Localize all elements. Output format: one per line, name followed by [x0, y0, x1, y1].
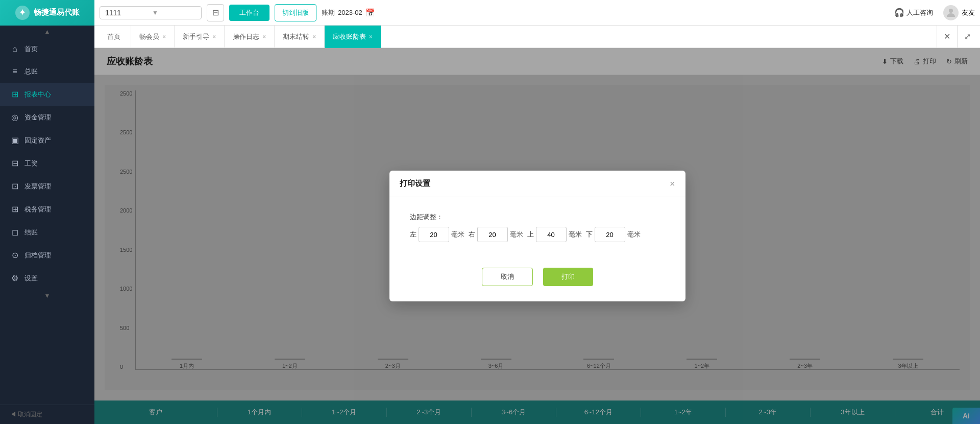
copy-button[interactable]: ⊟	[207, 4, 224, 21]
margin-bottom-input[interactable]	[595, 227, 625, 242]
sidebar-item-salary[interactable]: ⊟ 工资	[0, 152, 94, 175]
margin-top: 上 毫米	[527, 227, 582, 242]
settings-icon: ⚙	[10, 273, 19, 283]
sidebar-item-ledger[interactable]: ≡ 总账	[0, 60, 94, 83]
cancel-button[interactable]: 取消	[482, 268, 533, 286]
user-area[interactable]: 友友	[943, 5, 975, 20]
avatar	[943, 5, 959, 20]
tab-maximize-button[interactable]: ⤢	[957, 26, 977, 48]
right-label: 右	[469, 230, 475, 239]
sidebar-item-label: 首页	[24, 44, 38, 54]
sidebar-item-label: 设置	[24, 274, 38, 283]
sidebar-item-label: 税务管理	[24, 205, 51, 214]
left-unit: 毫米	[451, 230, 464, 239]
tab-guide-label: 新手引导	[183, 32, 209, 41]
tab-guide-close[interactable]: ×	[212, 34, 216, 40]
sidebar-scroll-down[interactable]: ▼	[0, 290, 94, 302]
sidebar-item-closing[interactable]: ◻ 结账	[0, 221, 94, 244]
ledger-icon: ≡	[10, 67, 19, 76]
right-unit: 毫米	[510, 230, 523, 239]
sidebar-item-label: 工资	[24, 159, 38, 168]
sidebar-item-invoice[interactable]: ⊡ 发票管理	[0, 175, 94, 198]
invoice-icon: ⊡	[10, 181, 19, 191]
top-unit: 毫米	[569, 230, 582, 239]
svg-point-0	[949, 9, 953, 13]
modal-close-button[interactable]: ×	[670, 179, 675, 189]
account-name: 1111	[105, 9, 149, 17]
logo-text: 畅捷通易代账	[34, 8, 80, 17]
sidebar-item-fixed[interactable]: ▣ 固定资产	[0, 129, 94, 152]
period-label: 账期	[322, 8, 335, 17]
tab-oplog-close[interactable]: ×	[262, 34, 266, 40]
sidebar-item-report[interactable]: ⊞ 报表中心	[0, 83, 94, 106]
margin-top-input[interactable]	[536, 227, 567, 242]
margin-label: 边距调整：	[410, 213, 443, 222]
salary-icon: ⊟	[10, 158, 19, 168]
tax-icon: ⊞	[10, 204, 19, 214]
tab-guide[interactable]: 新手引导 ×	[175, 26, 225, 48]
tab-vip-label: 畅会员	[139, 32, 159, 41]
fund-icon: ◎	[10, 112, 19, 122]
chevron-down-icon: ▼	[152, 9, 196, 16]
tab-closing[interactable]: 期末结转 ×	[275, 26, 325, 48]
calendar-icon[interactable]: 📅	[365, 8, 375, 17]
tab-closing-close[interactable]: ×	[312, 34, 316, 40]
sidebar-item-label: 固定资产	[24, 136, 51, 145]
sidebar-item-tax[interactable]: ⊞ 税务管理	[0, 198, 94, 221]
tab-vip-close[interactable]: ×	[162, 34, 166, 40]
modal-header: 打印设置 ×	[389, 171, 685, 197]
report-icon: ⊞	[10, 89, 19, 99]
closing-icon: ◻	[10, 227, 19, 237]
fixed-icon: ▣	[10, 135, 19, 145]
modal-body: 边距调整： 左 毫米 右 毫米	[389, 197, 685, 257]
tab-home-label: 首页	[107, 32, 120, 41]
page-content: 应收账龄表 ⬇ 下载 🖨 打印 ↻ 刷新	[94, 48, 980, 424]
tab-aging[interactable]: 应收账龄表 ×	[325, 26, 381, 48]
archive-icon: ⊙	[10, 250, 19, 260]
tab-oplog-label: 操作日志	[233, 32, 259, 41]
left-label: 左	[410, 230, 416, 239]
service-label: 人工咨询	[906, 8, 933, 17]
margin-bottom: 下 毫米	[586, 227, 641, 242]
margin-left: 左 毫米	[410, 227, 464, 242]
modal-footer: 取消 打印	[389, 257, 685, 301]
sidebar-item-archive[interactable]: ⊙ 归档管理	[0, 244, 94, 267]
tab-aging-close[interactable]: ×	[369, 34, 373, 40]
sidebar-item-settings[interactable]: ⚙ 设置	[0, 267, 94, 290]
header-right: 🎧 人工咨询 友友	[894, 5, 975, 20]
sidebar-item-fund[interactable]: ◎ 资金管理	[0, 106, 94, 129]
sidebar-item-label: 结账	[24, 228, 38, 237]
margin-group: 左 毫米 右 毫米 上	[410, 227, 641, 242]
margin-right-input[interactable]	[477, 227, 508, 242]
tab-aging-label: 应收账龄表	[333, 32, 366, 41]
modal-title: 打印设置	[400, 179, 670, 189]
tab-home[interactable]: 首页	[97, 26, 131, 48]
sidebar-item-label: 资金管理	[24, 113, 51, 122]
tab-closing-label: 期末结转	[283, 32, 309, 41]
account-selector[interactable]: 1111 ▼	[100, 6, 202, 19]
tab-vip[interactable]: 畅会员 ×	[131, 26, 175, 48]
logo: ✦ 畅捷通易代账	[0, 0, 94, 26]
margin-left-input[interactable]	[419, 227, 449, 242]
sidebar-collapse-button[interactable]: ◀ 取消固定	[0, 405, 94, 424]
tab-bar-actions: ✕ ⤢	[937, 26, 977, 48]
sidebar-item-home[interactable]: ⌂ 首页	[0, 38, 94, 60]
bottom-unit: 毫米	[627, 230, 641, 239]
home-icon: ⌂	[10, 44, 19, 54]
tab-bar: 首页 畅会员 × 新手引导 × 操作日志 × 期末结转 × 应收账龄表 ×	[94, 26, 980, 48]
collapse-label: ◀ 取消固定	[10, 410, 42, 419]
user-label: 友友	[962, 8, 975, 17]
print-confirm-button[interactable]: 打印	[543, 268, 593, 286]
workbench-button[interactable]: 工作台	[229, 5, 270, 21]
switch-old-button[interactable]: 切到旧版	[275, 4, 316, 21]
logo-icon: ✦	[15, 6, 30, 20]
margin-right: 右 毫米	[469, 227, 523, 242]
sidebar-item-label: 总账	[24, 67, 38, 76]
top-header: ✦ 畅捷通易代账 1111 ▼ ⊟ 工作台 切到旧版 账期 2023-02 📅 …	[0, 0, 980, 26]
tab-close-all-button[interactable]: ✕	[937, 26, 957, 48]
print-settings-dialog: 打印设置 × 边距调整： 左 毫米	[389, 171, 685, 301]
service-button[interactable]: 🎧 人工咨询	[894, 8, 933, 17]
tab-oplog[interactable]: 操作日志 ×	[225, 26, 275, 48]
sidebar-scroll-up[interactable]: ▲	[0, 26, 94, 38]
sidebar-item-label: 归档管理	[24, 251, 51, 260]
